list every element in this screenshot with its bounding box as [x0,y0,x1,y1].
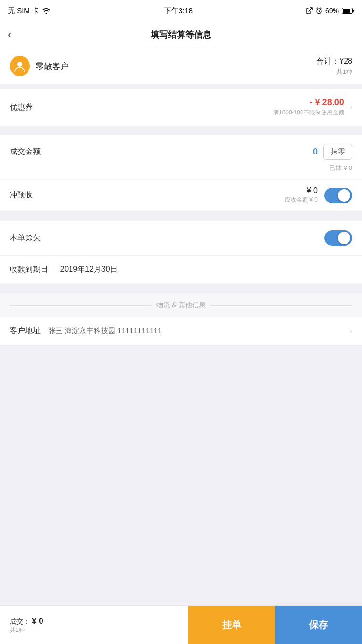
logistics-card: 物流 & 其他信息 客户地址 张三 海淀永丰科技园 11111111111 › [0,293,362,345]
credit-card: 本单赊欠 收款到期日 2019年12月30日 [0,221,362,283]
bottom-trade-label: 成交： [10,617,30,626]
advance-toggle[interactable] [324,188,352,203]
trade-amount-row: 成交金额 抹零 [10,135,352,162]
chevron-right-icon: › [350,103,352,112]
round-zero-button[interactable]: 抹零 [323,144,352,160]
logistics-header: 物流 & 其他信息 [0,293,362,317]
address-row[interactable]: 客户地址 张三 海淀永丰科技园 11111111111 › [0,317,362,345]
advance-amount-sub: 应收金额 ¥ 0 [285,196,318,204]
credit-toggle[interactable] [324,230,352,246]
trade-amount-right: 抹零 [298,144,352,160]
due-date-label: 收款到期日 [10,265,48,273]
trade-amount-label: 成交金额 [10,147,41,157]
customer-total: 合计：¥28 [316,56,352,67]
status-left: 无 SIM 卡 [8,6,51,15]
back-button[interactable]: ‹ [8,28,27,41]
bottom-trade-amount: ¥ 0 [32,616,43,626]
due-date-value: 2019年12月30日 [60,265,117,273]
coupon-label: 优惠券 [10,102,33,112]
nav-bar: ‹ 填写结算等信息 [0,21,362,48]
coupon-amount: - ¥ 28.00 [273,98,344,108]
content-area: 零散客户 合计：¥28 共1种 优惠券 - ¥ 28.00 满1000-100不… [0,48,362,393]
coupon-card: 优惠券 - ¥ 28.00 满1000-100不限制使用金额 › [0,89,362,126]
advance-row: 冲预收 ¥ 0 应收金额 ¥ 0 [0,179,362,211]
bottom-bar: 成交： ¥ 0 共1种 挂单 保存 [0,605,362,644]
address-chevron-icon: › [350,327,352,336]
save-button[interactable]: 保存 [275,606,362,644]
toggle-knob [338,189,350,202]
alarm-icon [316,7,322,14]
status-time: 下午3:18 [164,6,193,15]
section-gap-1 [0,130,362,135]
coupon-right: - ¥ 28.00 满1000-100不限制使用金额 › [273,98,352,117]
hold-button[interactable]: 挂单 [188,606,275,644]
bottom-trade-count: 共1种 [10,626,179,634]
section-gap-2 [0,216,362,221]
customer-row: 零散客户 合计：¥28 共1种 [0,48,362,84]
advance-label: 冲预收 [10,190,33,200]
logistics-line-right [210,305,352,306]
coupon-row[interactable]: 优惠券 - ¥ 28.00 满1000-100不限制使用金额 › [0,89,362,126]
advance-amount-value: ¥ 0 [285,186,318,195]
status-bar: 无 SIM 卡 下午3:18 69% [0,0,362,21]
due-date-row: 收款到期日 2019年12月30日 [0,255,362,283]
trade-sub-label: 已抹 ¥ 0 [10,162,352,179]
advance-amount: ¥ 0 应收金额 ¥ 0 [285,186,318,204]
battery-label: 69% [325,7,339,14]
avatar [10,56,30,76]
address-value: 张三 海淀永丰科技园 11111111111 [48,326,342,336]
bottom-trade-row: 成交： ¥ 0 [10,616,179,626]
status-right: 69% [306,7,354,14]
customer-summary: 合计：¥28 共1种 [316,56,352,76]
credit-row: 本单赊欠 [0,221,362,255]
location-icon [306,7,313,14]
logistics-line-left [10,305,152,306]
page-title: 填写结算等信息 [151,29,211,41]
no-sim-label: 无 SIM 卡 [8,6,39,15]
trade-amount-card: 成交金额 抹零 已抹 ¥ 0 冲预收 ¥ 0 应收金额 ¥ 0 [0,135,362,211]
customer-left: 零散客户 [10,56,69,76]
wifi-icon [42,7,51,14]
credit-toggle-knob [338,232,350,244]
customer-count: 共1种 [316,68,352,76]
trade-amount-input[interactable] [298,147,318,157]
customer-name: 零散客户 [36,61,69,72]
person-icon [13,59,27,73]
svg-rect-2 [343,9,350,13]
trade-amount-section: 成交金额 抹零 已抹 ¥ 0 [0,135,362,179]
customer-card: 零散客户 合计：¥28 共1种 [0,48,362,84]
logistics-label: 物流 & 其他信息 [156,301,205,309]
advance-right: ¥ 0 应收金额 ¥ 0 [285,186,352,204]
address-label: 客户地址 [10,326,41,336]
coupon-desc: 满1000-100不限制使用金额 [273,109,344,117]
credit-label: 本单赊欠 [10,233,41,243]
bottom-info: 成交： ¥ 0 共1种 [0,616,188,634]
coupon-value: - ¥ 28.00 满1000-100不限制使用金额 [273,98,344,117]
section-gap-3 [0,288,362,293]
svg-point-3 [17,62,22,67]
battery-icon [342,7,354,14]
